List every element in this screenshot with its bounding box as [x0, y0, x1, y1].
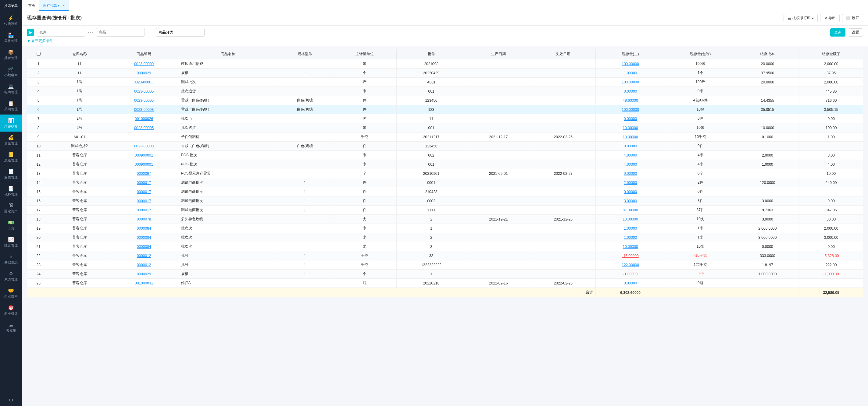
table-cell[interactable]: 4.00000: [596, 151, 665, 160]
table-cell[interactable]: 0.00000: [596, 169, 665, 178]
table-cell[interactable]: 0000029: [109, 270, 179, 279]
sidebar-item-general-ledger[interactable]: 📒 总账管理: [0, 149, 22, 166]
table-cell[interactable]: 10.00000: [596, 242, 665, 251]
table-row: 23普客仓库0000012批号1千克1222222222122.00000122…: [27, 261, 863, 270]
table-cell[interactable]: 0023-00009: [109, 59, 179, 69]
sidebar-item-enterprise[interactable]: 🤝 企业协同: [0, 285, 22, 302]
sidebar-item-payroll[interactable]: 💵 工资: [0, 216, 22, 234]
sidebar-item-wholesale[interactable]: 📦 批发管理: [0, 46, 22, 63]
sidebar-logo[interactable]: 搜索菜单: [0, 0, 22, 12]
purchase-icon: 📋: [1, 101, 21, 106]
table-cell: [799, 187, 863, 197]
table-cell[interactable]: 2.00000: [596, 178, 665, 187]
tab-inventory-batch[interactable]: 库存批次▾ ✕: [39, 0, 69, 11]
table-cell: 千克: [333, 251, 397, 261]
sidebar-item-retail[interactable]: 🏪 零售管理: [0, 29, 22, 46]
table-cell[interactable]: 0023-00008: [109, 105, 179, 114]
tab-close-icon[interactable]: ✕: [62, 4, 65, 7]
search-button[interactable]: 查询: [830, 28, 845, 37]
table-cell[interactable]: -1.00000: [596, 270, 665, 279]
table-cell[interactable]: 0023-00005: [109, 123, 179, 133]
sidebar-item-basic-info[interactable]: ℹ 基础信息: [0, 251, 22, 268]
print-button[interactable]: 🖨 按模版打印 ▾: [783, 14, 818, 22]
table-cell[interactable]: 001000026: [109, 114, 179, 123]
table-container[interactable]: 仓库名称 商品编码 商品名称 规格型号 主计量单位 批号 生产日期 失效日期 现…: [22, 46, 868, 406]
table-cell[interactable]: 0000017: [109, 197, 179, 206]
filter-bar: ▶ ··· ··· 商品分类 查询 设置: [22, 26, 868, 46]
table-cell[interactable]: 10.00000: [596, 215, 665, 224]
table-cell[interactable]: 0023-00005: [109, 96, 179, 105]
table-cell[interactable]: 0.00000: [596, 142, 665, 151]
table-cell[interactable]: 0023-00008: [109, 142, 179, 151]
table-cell: [466, 96, 531, 105]
table-cell[interactable]: 0000017: [109, 178, 179, 187]
tab-home[interactable]: 首页: [24, 0, 39, 11]
table-cell[interactable]: 100.00000: [596, 78, 665, 87]
table-cell[interactable]: 0.00000: [596, 279, 665, 288]
export-button[interactable]: ↗ 导出: [820, 14, 840, 22]
table-cell[interactable]: 0000017: [109, 187, 179, 197]
expand-conditions-btn[interactable]: ▼ 展开更多条件: [27, 38, 863, 43]
table-cell[interactable]: 0000029: [109, 69, 179, 78]
table-cell[interactable]: 0000084: [109, 224, 179, 233]
table-cell[interactable]: 49.60000: [596, 96, 665, 105]
table-cell[interactable]: -16.00000: [596, 251, 665, 261]
table-cell: [531, 87, 596, 96]
col-checkbox[interactable]: [27, 49, 50, 59]
table-cell[interactable]: 0023-0000...: [109, 78, 179, 87]
table-cell[interactable]: 000900001: [109, 160, 179, 169]
warehouse-input[interactable]: [37, 28, 85, 37]
sidebar-item-ecommerce[interactable]: 💻 电商管理: [0, 80, 22, 98]
table-cell[interactable]: 0000084: [109, 233, 179, 242]
table-cell[interactable]: 87.00000: [596, 206, 665, 215]
sidebar-item-fixed-assets[interactable]: 🏗 固定资产: [0, 200, 22, 216]
sidebar-item-quick-nav[interactable]: ⚡ 快捷导航: [0, 12, 22, 29]
sidebar-item-system[interactable]: ⚙ 系统管理: [0, 268, 22, 285]
table-cell: 批次次: [179, 233, 277, 242]
table-cell: 3件: [665, 197, 736, 206]
table-cell[interactable]: 0000078: [109, 215, 179, 224]
sidebar-item-tax[interactable]: 📑 税务管理: [0, 183, 22, 200]
table-cell[interactable]: 4.00000: [596, 160, 665, 169]
table-cell[interactable]: 0000097: [109, 169, 179, 178]
table-cell[interactable]: 0.00000: [596, 87, 665, 96]
table-cell: [466, 270, 531, 279]
table-cell[interactable]: 1.00000: [596, 224, 665, 233]
sidebar-item-inventory[interactable]: 📊 库存核算: [0, 114, 22, 132]
settings-button[interactable]: 设置: [848, 28, 863, 37]
table-cell[interactable]: 100.00000: [596, 105, 665, 114]
table-cell[interactable]: 0000017: [109, 206, 179, 215]
table-cell[interactable]: 100.00000: [596, 59, 665, 69]
filter-expand-btn[interactable]: ▶: [27, 29, 34, 36]
table-cell[interactable]: 0000084: [109, 242, 179, 251]
table-cell[interactable]: 000900001: [109, 151, 179, 160]
table-cell: 2021-12-21: [466, 215, 531, 224]
table-cell[interactable]: 122.00000: [596, 261, 665, 270]
table-cell[interactable]: 1.00000: [596, 233, 665, 242]
sidebar-item-xiaoe[interactable]: 🛒 小鹅电商: [0, 63, 22, 80]
table-cell[interactable]: 10.00000: [596, 133, 665, 142]
table-cell[interactable]: 0000012: [109, 251, 179, 261]
sidebar-item-guide[interactable]: 🎯 新手引导: [0, 302, 22, 319]
table-cell[interactable]: 001000031: [109, 279, 179, 288]
sidebar-item-business[interactable]: 📈 经营管理: [0, 234, 22, 251]
table-cell[interactable]: 0.00000: [596, 187, 665, 197]
expand-button[interactable]: ⬜ 展开: [842, 14, 863, 22]
category-select[interactable]: 商品分类: [156, 28, 205, 37]
settings-gear-icon[interactable]: ⚙: [0, 394, 22, 406]
sidebar-item-invoice[interactable]: 🧾 发票管理: [0, 166, 22, 183]
table-cell[interactable]: 3.00000: [596, 197, 665, 206]
table-cell[interactable]: [109, 133, 179, 142]
table-cell[interactable]: 10.00000: [596, 123, 665, 133]
table-cell[interactable]: 1.00000: [596, 69, 665, 78]
select-all-checkbox[interactable]: [37, 52, 40, 56]
sidebar-item-finance[interactable]: 💰 资金管理: [0, 132, 22, 149]
table-cell[interactable]: 0023-00005: [109, 87, 179, 96]
table-cell: 4包9.6件: [665, 96, 736, 105]
table-cell[interactable]: 0.00000: [596, 114, 665, 123]
sidebar-item-purchase[interactable]: 📋 采购管理: [0, 98, 22, 114]
sidebar-item-cloud[interactable]: ☁ 云应用: [0, 319, 22, 336]
table-row: 12普客仓库000900001POS 批次米0014.000004米1.0000…: [27, 160, 863, 169]
table-cell[interactable]: 0000012: [109, 261, 179, 270]
product-input[interactable]: [96, 28, 145, 37]
